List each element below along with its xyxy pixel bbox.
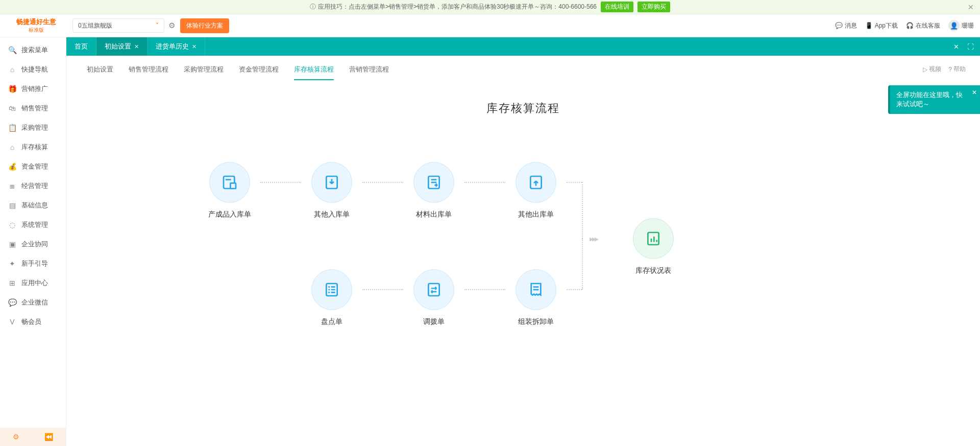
newbie-icon: ✦ <box>8 260 16 268</box>
home-icon: ⌂ <box>8 65 16 74</box>
connector <box>464 182 505 183</box>
user-name: 珊珊 <box>962 21 974 30</box>
search-icon: 🔍 <box>8 46 16 54</box>
sidebar-item-label: 经营管理 <box>21 181 48 191</box>
connector <box>582 239 583 290</box>
node-other-out[interactable]: 其他出库单 <box>505 162 567 219</box>
online-training-button[interactable]: 在线培训 <box>601 2 633 12</box>
sidebar-item-10[interactable]: ▣企业协同 <box>0 234 66 254</box>
tab-close-icon[interactable]: ✕ <box>192 43 197 50</box>
doc-lock-icon <box>222 174 238 191</box>
sidebar-item-2[interactable]: 🎁营销推广 <box>0 79 66 99</box>
sidebar-footer: ⚙ ⏪ <box>0 428 66 446</box>
company-icon: ▣ <box>8 240 16 248</box>
sidebar-item-12[interactable]: ⊞应用中心 <box>0 273 66 293</box>
app-download-link[interactable]: 📱 App下载 <box>865 21 898 30</box>
doc-list-icon <box>426 174 442 191</box>
header-right: 💬 消息 📱 App下载 🎧 在线客服 👤 珊珊 <box>835 20 974 31</box>
card-icon: ▤ <box>8 201 16 209</box>
node-stock-status[interactable]: 库存状况表 <box>623 218 684 275</box>
tip-close-icon[interactable]: ✕ <box>972 88 977 97</box>
tab-1[interactable]: 初始设置✕ <box>96 37 148 56</box>
experience-industry-button[interactable]: 体验行业方案 <box>180 18 229 33</box>
messages-link[interactable]: 💬 消息 <box>835 21 857 30</box>
chart-icon <box>645 230 662 247</box>
bag-icon: 🛍 <box>8 104 16 112</box>
flow-tab-5[interactable]: 营销管理流程 <box>349 65 389 80</box>
connector <box>362 182 403 183</box>
connector <box>567 182 582 183</box>
svg-rect-9 <box>651 239 652 242</box>
org-name: 0五组旗舰版 <box>78 21 112 30</box>
flow-tab-0[interactable]: 初始设置 <box>87 65 113 80</box>
node-goods-in[interactable]: 产成品入库单 <box>199 162 260 219</box>
sidebar-item-11[interactable]: ✦新手引导 <box>0 254 66 273</box>
sidebar-item-9[interactable]: ◌系统管理 <box>0 215 66 234</box>
tab-strip: 首页初始设置✕进货单历史✕ ✕ ⛶ <box>66 37 980 56</box>
brand-edition: 标准版 <box>29 27 44 34</box>
tab-0[interactable]: 首页 <box>66 37 96 56</box>
video-link[interactable]: ▷ 视频 <box>923 65 941 74</box>
tab-2[interactable]: 进货单历史✕ <box>148 37 205 56</box>
sidebar-item-label: 库存核算 <box>21 143 48 152</box>
sidebar-item-label: 系统管理 <box>21 220 48 229</box>
help-link[interactable]: ? 帮助 <box>948 65 966 74</box>
cycle-icon: ◌ <box>8 221 16 229</box>
flow-title: 库存核算流程 <box>66 101 980 116</box>
node-other-in[interactable]: 其他入库单 <box>301 162 362 219</box>
sidebar-item-3[interactable]: 🛍销售管理 <box>0 99 66 118</box>
banner-text: 应用技巧：点击左侧菜单>销售管理>销货单，添加客户和商品体验30秒极速开单～咨询… <box>318 3 597 11</box>
play-icon: ▷ <box>923 66 927 73</box>
sidebar-item-8[interactable]: ▤基础信息 <box>0 196 66 215</box>
node-inventory[interactable]: 盘点单 <box>301 269 362 326</box>
doc-upload-icon <box>528 174 544 191</box>
fullscreen-icon[interactable]: ⛶ <box>965 43 976 51</box>
sidebar-item-13[interactable]: 💬企业微信 <box>0 293 66 312</box>
node-assemble[interactable]: 组装拆卸单 <box>505 269 567 326</box>
help-icon: ? <box>948 66 952 73</box>
online-service-link[interactable]: 🎧 在线客服 <box>906 21 940 30</box>
flow-tab-3[interactable]: 资金管理流程 <box>239 65 279 80</box>
svg-rect-13 <box>428 284 439 296</box>
flow-tabs: 初始设置销售管理流程采购管理流程资金管理流程库存核算流程营销管理流程 <box>66 56 980 80</box>
connector <box>567 289 582 290</box>
sidebar-item-label: 营销推广 <box>21 84 48 93</box>
sidebar-item-0[interactable]: 🔍搜索菜单 <box>0 40 66 60</box>
connector <box>582 182 583 239</box>
connector <box>362 289 403 290</box>
sidebar-item-4[interactable]: 📋采购管理 <box>0 118 66 137</box>
box-icon: ⌂ <box>8 143 16 151</box>
sidebar-item-label: 资金管理 <box>21 162 48 171</box>
doc-download-icon <box>324 174 340 191</box>
sidebar-item-6[interactable]: 💰资金管理 <box>0 157 66 176</box>
user-menu[interactable]: 👤 珊珊 <box>948 20 974 31</box>
flow-tab-4[interactable]: 库存核算流程 <box>294 65 334 80</box>
tab-close-icon[interactable]: ✕ <box>134 43 139 50</box>
flow-tab-1[interactable]: 销售管理流程 <box>129 65 168 80</box>
flow-tab-2[interactable]: 采购管理流程 <box>184 65 224 80</box>
sidebar-item-1[interactable]: ⌂快捷导航 <box>0 60 66 79</box>
footer-settings-icon[interactable]: ⚙ <box>13 433 19 441</box>
chat-icon: 💬 <box>835 22 843 29</box>
node-transfer[interactable]: 调拨单 <box>403 269 464 326</box>
sidebar-item-14[interactable]: V畅会员 <box>0 312 66 332</box>
settings-icon[interactable]: ⚙ <box>168 21 175 30</box>
arrow-right-icon: ▸▸▸ <box>590 234 597 244</box>
buy-now-button[interactable]: 立即购买 <box>638 2 670 12</box>
receipt-icon <box>528 281 544 298</box>
sidebar-item-label: 销售管理 <box>21 104 48 113</box>
doc-check-icon <box>324 281 340 298</box>
sidebar-item-label: 采购管理 <box>21 123 48 132</box>
tab-close-all-icon[interactable]: ✕ <box>951 43 961 51</box>
phone-icon: 📱 <box>865 22 873 29</box>
footer-collapse-icon[interactable]: ⏪ <box>44 433 53 441</box>
wechat-icon: 💬 <box>8 298 16 307</box>
doc-swap-icon <box>426 281 442 298</box>
svg-rect-1 <box>230 183 236 189</box>
sidebar-item-5[interactable]: ⌂库存核算 <box>0 137 66 157</box>
node-material-out[interactable]: 材料出库单 <box>403 162 464 219</box>
sidebar-item-label: 企业协同 <box>21 240 48 249</box>
banner-close-icon[interactable]: ✕ <box>968 3 974 11</box>
org-selector[interactable]: 0五组旗舰版 ˅ <box>72 18 164 33</box>
sidebar-item-7[interactable]: ≣经营管理 <box>0 176 66 196</box>
